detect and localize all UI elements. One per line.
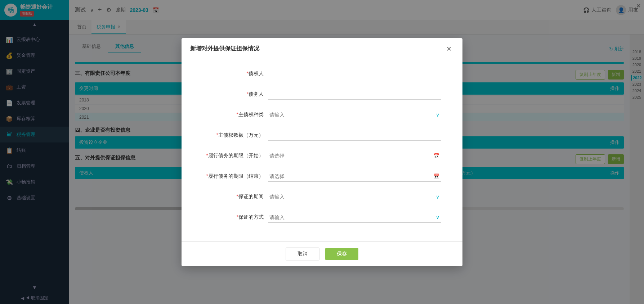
select-wrap-claim-type[interactable]: ∨ bbox=[268, 110, 441, 120]
input-debt-start[interactable] bbox=[268, 151, 432, 161]
form-row-debtor: *债务人 bbox=[203, 89, 441, 100]
calendar-icon-debt-start[interactable]: 📅 bbox=[432, 153, 441, 159]
label-guarantee-method: *保证的方式 bbox=[203, 214, 268, 221]
form-row-debt-start: *履行债务的期限（开始） 📅 bbox=[203, 151, 441, 161]
select-wrap-guarantee-method[interactable]: ∨ bbox=[268, 212, 441, 223]
chevron-down-guarantee-method[interactable]: ∨ bbox=[434, 214, 441, 220]
modal-title: 新增对外提供保证担保情况 bbox=[190, 45, 259, 53]
label-guarantee-period: *保证的期间 bbox=[203, 194, 268, 200]
select-wrap-guarantee-period[interactable]: ∨ bbox=[268, 192, 441, 202]
modal-dialog: 新增对外提供保证担保情况 ✕ *债权人 *债务人 *主债权种类 bbox=[182, 38, 462, 266]
calendar-icon-debt-end[interactable]: 📅 bbox=[432, 173, 441, 179]
label-claim-type: *主债权种类 bbox=[203, 112, 268, 118]
label-debtor: *债务人 bbox=[203, 91, 268, 97]
input-claim-type[interactable] bbox=[268, 110, 434, 120]
form-row-guarantee-period: *保证的期间 ∨ bbox=[203, 192, 441, 202]
label-creditor: *债权人 bbox=[203, 71, 268, 77]
label-debt-end: *履行债务的期限（结束） bbox=[203, 173, 268, 180]
modal-overlay: 新增对外提供保证担保情况 ✕ *债权人 *债务人 *主债权种类 bbox=[0, 0, 644, 304]
input-claim-amount[interactable] bbox=[268, 130, 441, 141]
label-debt-start: *履行债务的期限（开始） bbox=[203, 153, 268, 159]
form-row-debt-end: *履行债务的期限（结束） 📅 bbox=[203, 171, 441, 182]
modal-close-button[interactable]: ✕ bbox=[444, 44, 454, 54]
label-claim-amount: *主债权数额（万元） bbox=[203, 132, 268, 139]
save-button[interactable]: 保存 bbox=[325, 248, 358, 260]
date-wrap-debt-end[interactable]: 📅 bbox=[268, 171, 441, 182]
chevron-down-claim-type[interactable]: ∨ bbox=[434, 112, 441, 118]
modal-body: *债权人 *债务人 *主债权种类 ∨ bbox=[182, 60, 462, 241]
form-row-guarantee-method: *保证的方式 ∨ bbox=[203, 212, 441, 223]
form-row-creditor: *债权人 bbox=[203, 69, 441, 79]
input-creditor[interactable] bbox=[268, 69, 441, 79]
date-wrap-debt-start[interactable]: 📅 bbox=[268, 151, 441, 161]
modal-header: 新增对外提供保证担保情况 ✕ bbox=[182, 38, 462, 60]
chevron-down-guarantee-period[interactable]: ∨ bbox=[434, 194, 441, 200]
input-guarantee-period[interactable] bbox=[268, 192, 434, 202]
input-debt-end[interactable] bbox=[268, 171, 432, 181]
modal-footer: 取消 保存 bbox=[182, 241, 462, 266]
input-guarantee-method[interactable] bbox=[268, 212, 434, 222]
input-debtor[interactable] bbox=[268, 89, 441, 100]
form-row-claim-amount: *主债权数额（万元） bbox=[203, 130, 441, 141]
cancel-button[interactable]: 取消 bbox=[286, 248, 319, 260]
form-row-claim-type: *主债权种类 ∨ bbox=[203, 110, 441, 120]
